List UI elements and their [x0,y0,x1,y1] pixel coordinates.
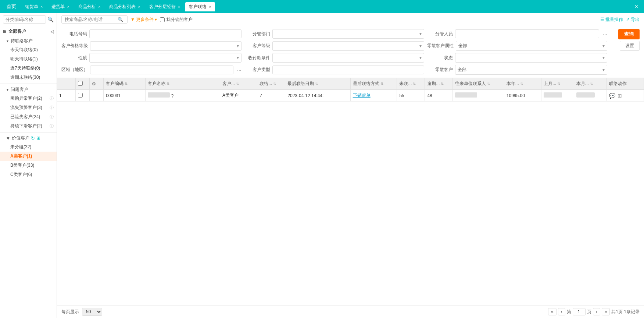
my-customers-checkbox[interactable]: 我分管的客户 [160,17,193,23]
row-select-checkbox[interactable] [78,93,83,98]
filter-cell-nature: 性质 ▾ [61,53,242,63]
nav-tab-analysis[interactable]: 商品分析 × [75,2,104,11]
sidebar-item-lostwarning[interactable]: 流失预警客户(3) ⓘ [0,103,57,112]
nav-tab-analysis-close[interactable]: × [98,4,100,9]
retail-cust-arrow-icon: ▾ [602,67,605,73]
sort-history-icon[interactable]: ⇅ [487,82,490,86]
prev-page-btn[interactable]: ‹ [558,308,565,315]
nav-tab-customer-contact[interactable]: 客户联络 × [185,2,215,11]
row-actions: 💬 ⊞ [607,90,644,102]
sort-nocontact-icon[interactable]: ⇅ [413,82,416,86]
nav-home[interactable]: 首页 [3,2,20,11]
settings-btn[interactable]: 设置 [620,41,640,51]
sidebar-collapse-btn[interactable]: ◁ [50,29,54,34]
value-refresh-icon[interactable]: ↻ [31,135,35,141]
sort-thisyear-icon[interactable]: ⇅ [520,82,523,86]
query-settings-col: 查询 设置 [610,29,640,75]
col-history-contact: 往来单位联系人 ⇅ [453,78,504,90]
sort-date-icon[interactable]: ⇅ [315,82,318,86]
dept-select[interactable]: ▾ [272,29,425,39]
sidebar-pending-label[interactable]: ▼ 待联络客户 [0,37,57,45]
sort-overdue-icon[interactable]: ⇅ [441,82,444,86]
sidebar-item-7days[interactable]: 近7天待联络(0) [0,64,57,73]
nav-tab-customer-mgmt[interactable]: 客户分层经营 × [146,2,184,11]
sidebar-item-hoarding[interactable]: 囤购异常客户(2) ⓘ [0,94,57,103]
sidebar-problem-label[interactable]: ▼ 问题客户 [0,85,57,94]
sidebar-search-input[interactable] [3,15,46,24]
sidebar-item-lost[interactable]: 已流失客户(24) ⓘ [0,112,57,121]
nav-tab-jinhuo[interactable]: 进货单 × [48,2,73,11]
adv-filter: 电话号码 分管部门 ▾ 分管人员 [57,26,644,78]
first-page-btn[interactable]: « [548,308,557,315]
region-input[interactable] [90,66,233,74]
action-comment-icon[interactable]: 💬 [609,93,615,99]
cust-level-select[interactable]: ▾ [272,41,425,51]
sidebar-item-tomorrow[interactable]: 明天待联络(1) [0,54,57,64]
sort-type-icon[interactable]: ⇅ [236,82,239,86]
manager-dots-icon[interactable]: ··· [603,31,607,37]
sort-contact-icon[interactable]: ⇅ [273,82,276,86]
last-page-btn[interactable]: » [602,308,610,315]
select-all-checkbox[interactable] [78,81,83,86]
page-input[interactable] [573,308,586,315]
sidebar-all-customers[interactable]: ⊞ 全部客户 ◁ [0,26,57,37]
query-btn[interactable]: 查询 [618,29,640,39]
per-page-select[interactable]: 50 100 200 [82,308,102,316]
window-close-btn[interactable]: × [632,3,641,10]
retail-attr-select[interactable]: 全部 ▾ [456,41,607,51]
nature-select[interactable]: ▾ [89,53,242,63]
filter-cell-cust-level: 客户等级 ▾ [244,41,425,51]
settings-gear-icon[interactable]: ⚙ [92,81,96,86]
sidebar-item-overdue[interactable]: 逾期未联络(30) [0,73,57,82]
nav-tab-analysis-list[interactable]: 商品分析列表 × [105,2,144,11]
nav-tab-xiaohuo[interactable]: 销货单 × [21,2,46,11]
region-dots-icon[interactable]: ··· [237,67,242,73]
sort-lastmonth-icon[interactable]: ⇅ [557,82,560,86]
sort-code-icon[interactable]: ⇅ [125,82,128,86]
row-overdue: 48 [425,90,453,102]
sort-name-icon[interactable]: ⇅ [167,82,169,86]
sidebar-search-icon[interactable]: 🔍 [47,17,54,22]
export-btn[interactable]: ↗ 导出 [626,17,640,23]
nav-tab-analysis-list-close[interactable]: × [138,4,140,9]
nav-tab-customer-mgmt-close[interactable]: × [178,4,180,9]
next-page-btn[interactable]: › [593,308,600,315]
filter-search-input[interactable] [65,17,116,22]
sort-thismonth-icon[interactable]: ⇅ [590,82,593,86]
retail-cust-select[interactable]: 全部 ▾ [455,65,607,75]
customer-name-text: ? [171,93,174,99]
filter-search-icon[interactable]: 🔍 [118,17,123,22]
horizontal-scrollbar[interactable] [57,301,644,305]
filter-cell-region: 区域（地区） ··· [61,66,242,74]
sidebar-item-a-class[interactable]: A类客户(1) [0,152,57,161]
more-conditions-arrow: ▾ [155,17,157,22]
payment-select[interactable]: ▾ [272,53,425,63]
batch-operation-btn[interactable]: ☰ 批量操作 [600,17,623,23]
status-select[interactable]: ▾ [455,53,607,63]
sidebar-value-label[interactable]: ▼ 价值客户 ↻ ⊞ [0,134,57,142]
my-customers-check[interactable] [160,17,165,22]
row-last-contact-method: 下销货单 [350,90,397,102]
value-add-icon[interactable]: ⊞ [36,135,40,141]
sidebar-item-c-class[interactable]: C类客户(6) [0,170,57,179]
sidebar-item-b-class[interactable]: B类客户(33) [0,161,57,170]
phone-input[interactable] [89,29,242,38]
lostwarning-info-icon: ⓘ [50,105,54,110]
sort-method-icon[interactable]: ⇅ [380,82,383,86]
manager-input[interactable] [455,29,599,38]
filter-cell-manager: 分管人员 ··· [427,29,607,38]
nav-tab-xiaohuo-close[interactable]: × [40,4,43,9]
more-conditions-btn[interactable]: ▼ 更多条件 ▾ [130,17,157,23]
sidebar-item-today[interactable]: 今天待联络(0) [0,45,57,54]
action-qrcode-icon[interactable]: ⊞ [618,93,622,99]
page-nav: « ‹ 第 页 › » 共1页 1条记录 [548,308,640,315]
filter-cell-cust-type: 客户类型 [244,66,425,74]
nav-tab-jinhuo-close[interactable]: × [67,4,69,9]
sidebar-item-declining[interactable]: 持续下滑客户(2) ⓘ [0,121,57,131]
sidebar-item-ungrouped[interactable]: 未分组(32) [0,142,57,152]
nav-tab-customer-contact-close[interactable]: × [209,4,211,9]
price-level-select[interactable]: ▾ [90,41,242,51]
last-contact-method-link[interactable]: 下销货单 [353,93,371,98]
retail-attr-label: 零散客户属性 [427,43,454,49]
cust-type-input[interactable] [272,66,425,74]
